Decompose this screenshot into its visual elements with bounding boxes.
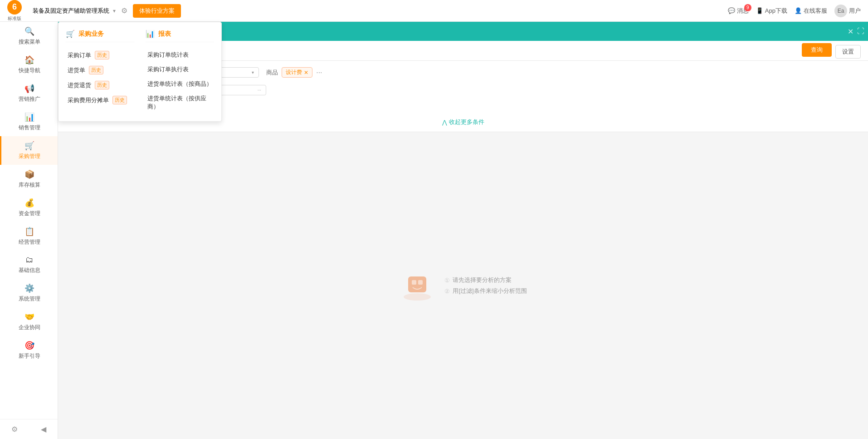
enterprise-icon: 🤝 — [24, 312, 34, 322]
report-section: 📊 报表 采购订单统计表 采购订单执行表 进货单统计表（按商品） 进货单统计表（… — [146, 30, 215, 114]
search-icon: 🔍 — [24, 26, 34, 36]
hint-text-2: 用[过滤]条件来缩小分析范围 — [453, 287, 527, 295]
settings-button[interactable]: 设置 — [835, 45, 861, 59]
hint-bullet-1: ① — [444, 277, 450, 284]
sidebar-item-label-enterprise: 企业协同 — [19, 324, 40, 331]
message-badge: 9 — [744, 4, 751, 11]
newbie-icon: 🎯 — [24, 340, 34, 350]
dropdown-item-purchase-order-label: 采购订单 — [68, 51, 91, 59]
sidebar-collapse-btn[interactable]: ◀ — [37, 423, 50, 435]
message-icon: 💬 — [728, 7, 735, 14]
logo-area: 6 标准版 — [7, 0, 22, 22]
history-badge-1: 历史 — [95, 51, 109, 59]
home-icon: 🏠 — [24, 55, 34, 65]
purchase-section: 🛒 采购业务 采购订单 历史 进货单 历史 进货退货 历史 采购费用分摊单 历史 — [66, 30, 135, 114]
sidebar-item-label-purchase: 采购管理 — [19, 153, 40, 160]
product-tag-value: 设计费 — [286, 69, 302, 76]
purchase-section-icon: 🛒 — [66, 30, 75, 38]
dropdown-item-receipt-by-product-label: 进货单统计表（按商品） — [147, 80, 212, 88]
dropdown-item-receipt-by-supplier[interactable]: 进货单统计表（按供应商） — [146, 91, 215, 114]
collapse-btn[interactable]: ⋀ 收起更多条件 — [442, 118, 484, 126]
dropdown-item-cost-alloc-label: 采购费用分摊单 — [68, 96, 109, 104]
service-icon: 👤 — [795, 7, 802, 14]
dropdown-item-po-stat-label: 采购订单统计表 — [147, 51, 189, 59]
purchase-section-header: 🛒 采购业务 — [66, 30, 135, 42]
online-service-item[interactable]: 👤 在线客服 — [795, 7, 827, 15]
logo-icon: 6 — [7, 0, 22, 15]
message-item[interactable]: 💬 消息 9 — [728, 7, 749, 15]
inventory-icon: 📦 — [24, 169, 34, 179]
toolbar-right: 查询 设置 — [802, 43, 861, 59]
empty-illustration — [399, 267, 435, 304]
sidebar-item-label-operations: 经营管理 — [19, 238, 40, 246]
marketing-icon: 📢 — [24, 84, 34, 94]
salesperson-arrow: ··· — [258, 88, 261, 93]
sidebar-item-purchase[interactable]: 🛒 采购管理 — [0, 136, 58, 165]
purchase-section-title: 采购业务 — [78, 30, 104, 38]
sidebar-item-search[interactable]: 🔍 搜索菜单 — [0, 22, 58, 50]
sidebar-item-label-finance: 资金管理 — [19, 210, 40, 217]
report-section-header: 📊 报表 — [146, 30, 215, 42]
dropdown-item-po-exec-label: 采购订单执行表 — [147, 65, 189, 74]
sidebar-item-operations[interactable]: 📋 经营管理 — [0, 222, 58, 251]
phone-icon: 📱 — [756, 7, 763, 14]
sidebar: 🔍 搜索菜单 🏠 快捷导航 📢 营销推广 📊 销售管理 🛒 采购管理 📦 — [0, 22, 58, 439]
dropdown-item-receipt-by-product[interactable]: 进货单统计表（按商品） — [146, 77, 215, 91]
history-badge-4: 历史 — [112, 96, 127, 104]
sidebar-bottom: ⚙ ◀ — [0, 419, 58, 439]
dropdown-item-po-exec[interactable]: 采购订单执行表 — [146, 62, 215, 77]
product-tag-close[interactable]: ✕ — [304, 69, 308, 76]
app-container: 6 标准版 装备及固定资产辅助管理系统 ▾ ⚙ 体验行业方案 💬 消息 9 📱 … — [0, 0, 868, 439]
top-bar-right: 💬 消息 9 📱 App下载 👤 在线客服 Ea 用户 — [728, 5, 861, 17]
sidebar-item-sales[interactable]: 📊 销售管理 — [0, 108, 58, 136]
empty-hints: ① 请先选择要分析的方案 ② 用[过滤]条件来缩小分析范围 — [444, 276, 527, 295]
svg-rect-1 — [408, 276, 426, 292]
sidebar-item-finance[interactable]: 💰 资金管理 — [0, 193, 58, 222]
app-download-label: App下载 — [765, 7, 787, 15]
app-download-item[interactable]: 📱 App下载 — [756, 7, 787, 15]
system-settings-icon[interactable]: ⚙ — [121, 6, 127, 15]
sidebar-item-newbie[interactable]: 🎯 新手引导 — [0, 336, 58, 365]
tab-close-all-icon[interactable]: ✕ — [848, 27, 853, 36]
dropdown-item-receipt[interactable]: 进货单 历史 — [66, 63, 135, 78]
basic-info-icon: 🗂 — [25, 255, 34, 265]
sidebar-item-system[interactable]: ⚙️ 系统管理 — [0, 279, 58, 307]
dropdown-item-cost-alloc[interactable]: 采购费用分摊单 历史 — [66, 93, 135, 108]
top-bar: 6 标准版 装备及固定资产辅助管理系统 ▾ ⚙ 体验行业方案 💬 消息 9 📱 … — [0, 0, 868, 22]
hint-bullet-2: ② — [444, 288, 450, 295]
online-service-label: 在线客服 — [804, 7, 827, 15]
system-icon: ⚙️ — [24, 283, 34, 293]
product-more-btn[interactable]: ··· — [316, 69, 322, 77]
industry-btn[interactable]: 体验行业方案 — [133, 4, 181, 18]
dropdown-item-po-stat[interactable]: 采购订单统计表 — [146, 48, 215, 62]
dropdown-item-purchase-order[interactable]: 采购订单 历史 — [66, 48, 135, 63]
sidebar-settings-btn[interactable]: ⚙ — [8, 423, 21, 435]
sidebar-item-quick-nav[interactable]: 🏠 快捷导航 — [0, 50, 58, 79]
sidebar-item-enterprise[interactable]: 🤝 企业协同 — [0, 307, 58, 336]
product-tag: 设计费 ✕ — [282, 67, 312, 78]
svg-rect-3 — [418, 280, 423, 285]
query-button[interactable]: 查询 — [802, 43, 832, 57]
dropdown-item-return[interactable]: 进货退货 历史 — [66, 78, 135, 93]
user-item[interactable]: Ea 用户 — [834, 5, 861, 17]
tab-maximize-icon[interactable]: ⛶ — [857, 27, 864, 35]
collapse-label: 收起更多条件 — [449, 118, 484, 126]
sidebar-item-label-inventory: 库存核算 — [19, 181, 40, 189]
system-dropdown-arrow[interactable]: ▾ — [113, 8, 116, 14]
history-badge-2: 历史 — [89, 66, 103, 74]
sidebar-item-label-sales: 销售管理 — [19, 124, 40, 132]
dropdown-item-receipt-by-supplier-label: 进货单统计表（按供应商） — [147, 94, 213, 111]
logo-subtext: 标准版 — [8, 15, 21, 22]
sidebar-item-basic-info[interactable]: 🗂 基础信息 — [0, 251, 58, 279]
product-label: 商品 — [266, 69, 278, 77]
history-badge-3: 历史 — [95, 81, 109, 89]
sidebar-item-marketing[interactable]: 📢 营销推广 — [0, 79, 58, 108]
tab-bar-right: ✕ ⛶ — [848, 27, 864, 36]
dropdown-item-receipt-label: 进货单 — [68, 66, 85, 74]
main-content: ① 请先选择要分析的方案 ② 用[过滤]条件来缩小分析范围 — [58, 132, 868, 439]
sidebar-item-inventory[interactable]: 📦 库存核算 — [0, 165, 58, 193]
dropdown-item-return-label: 进货退货 — [68, 81, 91, 89]
sales-icon: 📊 — [24, 112, 34, 122]
sidebar-item-label-search: 搜索菜单 — [19, 38, 40, 46]
sidebar-item-label-system: 系统管理 — [19, 295, 40, 303]
